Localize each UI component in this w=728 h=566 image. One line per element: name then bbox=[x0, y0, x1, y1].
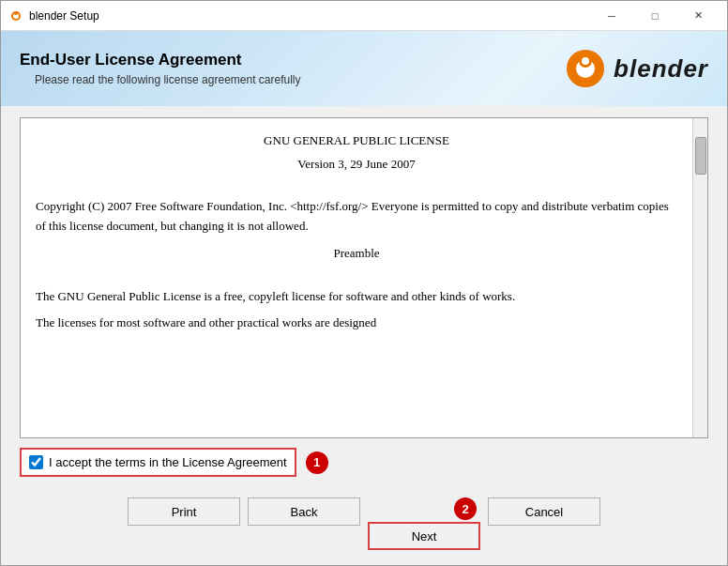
license-para1: Copyright (C) 2007 Free Software Foundat… bbox=[36, 197, 677, 237]
next-button[interactable]: Next bbox=[368, 522, 480, 550]
minimize-button[interactable]: ─ bbox=[590, 1, 633, 31]
svg-point-6 bbox=[582, 57, 589, 65]
setup-window: blender Setup ─ □ ✕ End-User License Agr… bbox=[0, 0, 728, 566]
license-para2: The GNU General Public License is a free… bbox=[36, 287, 677, 307]
maximize-button[interactable]: □ bbox=[633, 1, 676, 31]
license-text-content: GNU GENERAL PUBLIC LICENSE Version 3, 29… bbox=[21, 118, 692, 437]
next-button-wrapper: 2 Next bbox=[368, 497, 480, 550]
header-text-block: End-User License Agreement Please read t… bbox=[20, 51, 301, 86]
titlebar-controls: ─ □ ✕ bbox=[590, 1, 720, 31]
header-section: End-User License Agreement Please read t… bbox=[1, 31, 727, 106]
close-button[interactable]: ✕ bbox=[676, 1, 720, 31]
license-title-line2: Version 3, 29 June 2007 bbox=[36, 155, 677, 175]
license-text-box[interactable]: GNU GENERAL PUBLIC LICENSE Version 3, 29… bbox=[20, 117, 708, 438]
accept-checkbox[interactable] bbox=[29, 455, 43, 469]
print-button[interactable]: Print bbox=[128, 497, 240, 526]
back-button[interactable]: Back bbox=[248, 497, 360, 526]
step1-badge: 1 bbox=[306, 451, 328, 474]
blender-logo-text: blender bbox=[614, 54, 708, 84]
header-title: End-User License Agreement bbox=[20, 51, 301, 69]
footer-area: Print Back 2 Next Cancel bbox=[1, 488, 727, 565]
app-icon bbox=[8, 8, 23, 23]
accept-checkbox-box: I accept the terms in the License Agreem… bbox=[20, 448, 296, 477]
scrollbar-thumb[interactable] bbox=[695, 137, 706, 175]
step2-badge: 2 bbox=[454, 497, 477, 520]
window-title: blender Setup bbox=[29, 9, 590, 23]
svg-point-2 bbox=[14, 11, 18, 15]
content-area: GNU GENERAL PUBLIC LICENSE Version 3, 29… bbox=[1, 106, 727, 488]
license-para3: The licenses for most software and other… bbox=[36, 314, 677, 333]
titlebar: blender Setup ─ □ ✕ bbox=[1, 1, 727, 31]
scrollbar[interactable] bbox=[692, 118, 707, 437]
accept-area: I accept the terms in the License Agreem… bbox=[20, 448, 708, 477]
accept-label: I accept the terms in the License Agreem… bbox=[49, 455, 287, 469]
license-preamble-title: Preamble bbox=[36, 244, 677, 264]
cancel-button[interactable]: Cancel bbox=[488, 497, 600, 526]
license-title-line1: GNU GENERAL PUBLIC LICENSE bbox=[36, 131, 677, 151]
blender-logo-icon bbox=[563, 46, 608, 91]
blender-logo: blender bbox=[563, 46, 708, 91]
header-subtitle: Please read the following license agreem… bbox=[35, 73, 301, 86]
